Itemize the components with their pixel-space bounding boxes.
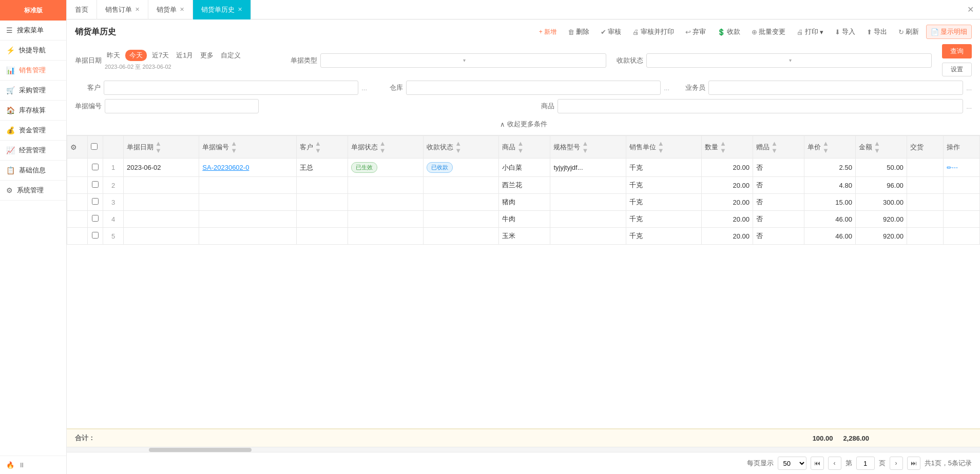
cell-payment-status-4 — [424, 228, 499, 245]
batch-change-button[interactable]: ⊕ 批量变更 — [747, 25, 790, 38]
sidebar-item-operations[interactable]: 📈 经营管理 — [0, 141, 66, 161]
col-quantity[interactable]: 数量▲▼ — [702, 136, 753, 159]
col-doc-no[interactable]: 单据编号▲▼ — [199, 136, 297, 159]
row-checkbox-4[interactable] — [92, 232, 99, 239]
page-input[interactable] — [856, 457, 875, 470]
cell-payment-status-3 — [424, 211, 499, 228]
sidebar-item-purchase-mgmt[interactable]: 🛒 采购管理 — [0, 81, 66, 101]
date-range: 2023-06-02 至 2023-06-02 — [105, 63, 243, 71]
new-button[interactable]: + 新增 — [535, 26, 561, 38]
scrollbar-thumb[interactable] — [149, 448, 252, 452]
col-amount[interactable]: 金额▲▼ — [855, 136, 907, 159]
cell-doc-no-2 — [199, 194, 297, 211]
cell-transaction-1 — [907, 177, 943, 194]
goods-input[interactable] — [558, 99, 964, 113]
close-sales-delivery-tab[interactable]: ✕ — [180, 6, 184, 13]
close-all-tabs[interactable]: ✕ — [961, 5, 980, 14]
more-btn-0[interactable]: ⋯ — [952, 164, 958, 171]
setup-button[interactable]: 设置 — [942, 63, 972, 76]
cell-checkbox-1[interactable] — [88, 177, 103, 194]
cell-payment-status-0: 已收款 — [424, 159, 499, 177]
cell-settings-3 — [67, 211, 88, 228]
abandon-button[interactable]: ↩ 弃审 — [681, 25, 710, 38]
tab-sales-history[interactable]: 销货单历史 ✕ — [193, 0, 251, 19]
row-checkbox-1[interactable] — [92, 181, 99, 188]
sidebar-item-sales-mgmt[interactable]: 📊 销售管理 — [0, 61, 66, 81]
warehouse-more[interactable]: ... — [664, 84, 669, 92]
col-customer[interactable]: 客户▲▼ — [296, 136, 348, 159]
row-checkbox-3[interactable] — [92, 215, 99, 222]
cell-customer-0: 王总 — [296, 159, 348, 177]
payment-status-select[interactable]: ▾ — [646, 53, 932, 68]
audit-print-button[interactable]: 🖨 审核并打印 — [628, 25, 678, 38]
shortcut-more[interactable]: 更多 — [198, 50, 216, 61]
doc-type-select[interactable]: ▾ — [320, 53, 606, 68]
show-detail-button[interactable]: 📄 显示明细 — [926, 25, 972, 39]
shortcut-custom[interactable]: 自定义 — [219, 50, 243, 61]
col-spec[interactable]: 规格型号▲▼ — [550, 136, 626, 159]
cell-checkbox-0[interactable] — [88, 159, 103, 177]
tab-sales-delivery[interactable]: 销货单 ✕ — [148, 0, 193, 19]
cell-checkbox-2[interactable] — [88, 194, 103, 211]
goods-more[interactable]: ... — [966, 103, 972, 110]
close-sales-order-tab[interactable]: ✕ — [135, 6, 140, 13]
tab-home[interactable]: 首页 — [67, 0, 97, 19]
col-settings[interactable]: ⚙ — [67, 136, 88, 159]
first-page-btn[interactable]: ⏮ — [811, 457, 824, 470]
tab-sales-order[interactable]: 销售订单 ✕ — [97, 0, 148, 19]
last-page-btn[interactable]: ⏭ — [907, 457, 920, 470]
col-goods[interactable]: 商品▲▼ — [499, 136, 550, 159]
col-unit[interactable]: 销售单位▲▼ — [626, 136, 701, 159]
row-checkbox-0[interactable] — [92, 164, 99, 170]
collect-button[interactable]: 💲 收款 — [713, 25, 744, 38]
print-button[interactable]: 🖨 打印 ▾ — [793, 25, 828, 38]
col-gift[interactable]: 赠品▲▼ — [753, 136, 804, 159]
collapse-filters[interactable]: ∧ 收起更多条件 — [75, 117, 972, 131]
sidebar-item-quick-nav[interactable]: ⚡ 快捷导航 — [0, 41, 66, 61]
scrollbar-area[interactable] — [67, 447, 980, 452]
cell-checkbox-4[interactable] — [88, 228, 103, 245]
shortcut-today[interactable]: 今天 — [125, 50, 147, 61]
import-button[interactable]: ⬇ 导入 — [831, 25, 859, 38]
shortcut-7days[interactable]: 近7天 — [150, 50, 171, 61]
sidebar-item-basic-info[interactable]: 📋 基础信息 — [0, 161, 66, 181]
delete-button[interactable]: 🗑 删除 — [564, 25, 593, 38]
next-page-btn[interactable]: › — [890, 457, 903, 470]
edit-btn-0[interactable]: ✏ — [947, 164, 952, 171]
col-doc-date[interactable]: 单据日期▲▼ — [124, 136, 199, 159]
sidebar-item-search-menu[interactable]: ☰ 搜索菜单 — [0, 21, 66, 41]
prev-page-btn[interactable]: ‹ — [828, 457, 841, 470]
col-unit-price[interactable]: 单价▲▼ — [804, 136, 855, 159]
date-shortcuts: 昨天 今天 近7天 近1月 更多 自定义 — [105, 50, 243, 61]
sidebar-item-inventory[interactable]: 🏠 库存核算 — [0, 101, 66, 121]
refresh-button[interactable]: ↻ 刷新 — [894, 25, 923, 38]
col-doc-status[interactable]: 单据状态▲▼ — [348, 136, 423, 159]
doc-no-input[interactable] — [105, 99, 259, 113]
sidebar-item-system-mgmt[interactable]: ⚙ 系统管理 — [0, 181, 66, 201]
close-sales-history-tab[interactable]: ✕ — [238, 6, 242, 13]
select-all-checkbox[interactable] — [91, 143, 98, 150]
salesperson-more[interactable]: ... — [966, 84, 972, 92]
cell-amount-3: 920.00 — [855, 211, 907, 228]
shortcut-1month[interactable]: 近1月 — [174, 50, 195, 61]
cell-gift-0: 否 — [753, 159, 804, 177]
settings-icon[interactable]: ⚙ — [70, 143, 77, 151]
row-checkbox-2[interactable] — [92, 198, 99, 205]
doc-no-link-0[interactable]: SA-20230602-0 — [202, 164, 249, 171]
customer-input[interactable] — [104, 81, 358, 95]
sidebar-item-finance[interactable]: 💰 资金管理 — [0, 121, 66, 141]
cell-quantity-3: 20.00 — [702, 211, 753, 228]
per-page-select[interactable]: 50 100 200 — [778, 457, 806, 470]
cell-customer-2 — [296, 194, 348, 211]
audit-button[interactable]: ✔ 审核 — [597, 25, 625, 38]
cell-checkbox-3[interactable] — [88, 211, 103, 228]
salesperson-input[interactable] — [708, 81, 963, 95]
pause-icon: ⏸ — [18, 461, 25, 469]
sidebar-bottom[interactable]: 🔥 ⏸ — [0, 456, 66, 474]
query-button[interactable]: 查询 — [942, 44, 972, 58]
warehouse-input[interactable] — [406, 81, 661, 95]
export-button[interactable]: ⬆ 导出 — [862, 25, 891, 38]
shortcut-yesterday[interactable]: 昨天 — [105, 50, 122, 61]
customer-more[interactable]: ... — [361, 84, 367, 92]
col-payment-status[interactable]: 收款状态▲▼ — [424, 136, 499, 159]
